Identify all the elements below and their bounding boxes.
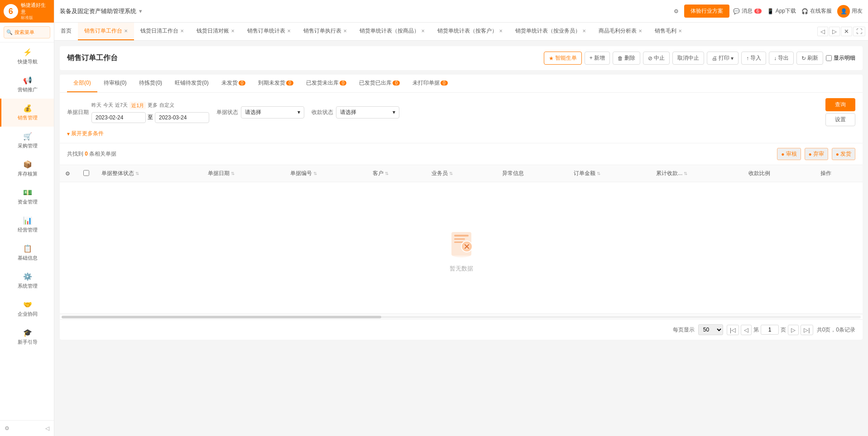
refresh-button[interactable]: ↻ 刷新 bbox=[796, 52, 823, 65]
search-menu-button[interactable]: 🔍 搜索菜单 bbox=[4, 26, 50, 38]
settings-icon[interactable]: ⚙ bbox=[5, 425, 10, 431]
col-customer[interactable]: 客户 ⇅ bbox=[367, 165, 426, 182]
date-to-input[interactable] bbox=[155, 112, 209, 123]
tab-close-cash-daily[interactable]: ✕ bbox=[180, 28, 184, 33]
sidebar-item-guide[interactable]: 🎓 新手引导 bbox=[0, 323, 54, 351]
app-download-button[interactable]: 📱 App下载 bbox=[767, 7, 796, 15]
tab-product-margin[interactable]: 商品毛利分析表 ✕ bbox=[592, 23, 648, 40]
page-size-select[interactable]: 20 50 100 bbox=[698, 324, 723, 335]
tab-sales-stat-customer[interactable]: 销货单统计表（按客户） ✕ bbox=[431, 23, 509, 40]
total-count: 共0页，0条记录 bbox=[817, 326, 855, 334]
shortcut-7days[interactable]: 近7天 bbox=[115, 102, 128, 109]
stop-button[interactable]: ⊘ 中止 bbox=[643, 52, 670, 65]
add-button[interactable]: + 新增 bbox=[585, 52, 610, 65]
select-all-checkbox[interactable] bbox=[83, 170, 89, 176]
filter-tab-shipped-out[interactable]: 已发货已出库0 bbox=[353, 75, 406, 92]
col-staff[interactable]: 业务员 ⇅ bbox=[426, 165, 497, 182]
cancel-stop-button[interactable]: 取消中止 bbox=[672, 52, 704, 65]
horizontal-scrollbar[interactable] bbox=[60, 314, 863, 319]
set-button[interactable]: 设置 bbox=[825, 113, 855, 126]
collapse-icon[interactable]: ◁ bbox=[45, 425, 49, 431]
filter-tab-overdue-not-shipped[interactable]: 到期未发货0 bbox=[252, 75, 300, 92]
sidebar-item-purchase[interactable]: 🛒 采购管理 bbox=[0, 127, 54, 155]
shortcut-custom[interactable]: 自定义 bbox=[159, 102, 174, 109]
print-button[interactable]: 🖨 打印 ▾ bbox=[707, 52, 739, 65]
sidebar-item-enterprise[interactable]: 🤝 企业协同 bbox=[0, 295, 54, 323]
user-menu[interactable]: 👤 用友 bbox=[837, 5, 863, 18]
first-page-button[interactable]: |◁ bbox=[727, 325, 739, 335]
tab-close-cash-account[interactable]: ✕ bbox=[231, 28, 235, 33]
tabs-prev-button[interactable]: ◁ bbox=[817, 27, 828, 36]
sidebar-item-system[interactable]: ⚙️ 系统管理 bbox=[0, 267, 54, 295]
tab-close-sales-order-workbench[interactable]: ✕ bbox=[124, 28, 128, 33]
sidebar-item-quick-nav[interactable]: ⚡ 快捷导航 bbox=[0, 43, 54, 71]
shortcut-today[interactable]: 今天 bbox=[103, 102, 113, 109]
filter-tab-not-printed[interactable]: 未打印单据0 bbox=[406, 75, 454, 92]
col-status[interactable]: 单据整体状态 ⇅ bbox=[96, 165, 202, 182]
shortcut-1month[interactable]: 近1月 bbox=[129, 102, 146, 109]
show-detail-toggle[interactable]: 显示明细 bbox=[826, 54, 855, 62]
expand-conditions-button[interactable]: ▾ 展开更多条件 bbox=[67, 130, 855, 137]
sidebar-item-inventory[interactable]: 📦 库存核算 bbox=[0, 155, 54, 183]
solution-button[interactable]: 体验行业方案 bbox=[684, 5, 729, 18]
filter-tab-shipped-not-out[interactable]: 已发货未出库0 bbox=[300, 75, 353, 92]
ship-button[interactable]: ● 发货 bbox=[832, 148, 855, 160]
tab-sales-stat-product[interactable]: 销货单统计表（按商品） ✕ bbox=[353, 23, 431, 40]
shortcut-more[interactable]: 更多 bbox=[148, 102, 158, 109]
sidebar-item-operation[interactable]: 📊 经营管理 bbox=[0, 211, 54, 239]
sidebar-item-marketing[interactable]: 📢 营销推广 bbox=[0, 71, 54, 99]
col-amount[interactable]: 订单金额 ⇅ bbox=[568, 165, 651, 182]
shortcut-yesterday[interactable]: 昨天 bbox=[91, 102, 101, 109]
query-button[interactable]: 查询 bbox=[825, 98, 855, 111]
sort-staff-icon: ⇅ bbox=[449, 171, 453, 176]
scrollbar-thumb[interactable] bbox=[62, 316, 381, 318]
smart-order-button[interactable]: ★ 智能生单 bbox=[544, 52, 582, 65]
tab-sales-order-exec[interactable]: 销售订单执行表 ✕ bbox=[297, 23, 353, 40]
filter-tab-wangpu-pending[interactable]: 旺铺待发货(0) bbox=[168, 75, 215, 92]
tab-close-sales-stat-customer[interactable]: ✕ bbox=[499, 28, 503, 33]
date-from-input[interactable] bbox=[91, 112, 146, 123]
col-settings-icon[interactable]: ⚙ bbox=[65, 171, 70, 177]
export-button[interactable]: ↓ 导出 bbox=[769, 52, 794, 65]
tab-close-product-margin[interactable]: ✕ bbox=[638, 28, 642, 33]
col-number[interactable]: 单据编号 ⇅ bbox=[285, 165, 367, 182]
tab-sales-order-workbench[interactable]: 销售订单工作台 ✕ bbox=[78, 23, 134, 40]
tab-cash-daily[interactable]: 钱货日清工作台 ✕ bbox=[134, 23, 190, 40]
tab-home[interactable]: 首页 bbox=[54, 23, 78, 40]
tab-cash-account[interactable]: 钱货日清对账 ✕ bbox=[190, 23, 241, 40]
tab-sales-stat-staff[interactable]: 销货单统计表（按业务员） ✕ bbox=[509, 23, 592, 40]
tabs-fullscreen-button[interactable]: ⛶ bbox=[853, 27, 865, 36]
status-select[interactable]: 请选择 ▾ bbox=[241, 106, 304, 118]
page-input[interactable] bbox=[761, 325, 779, 335]
message-button[interactable]: 💬 消息 6 bbox=[733, 7, 762, 15]
sidebar-item-sales[interactable]: 💰 销售管理 bbox=[0, 99, 54, 127]
payment-select[interactable]: 请选择 ▾ bbox=[336, 106, 399, 118]
tab-close-sales-order-stat[interactable]: ✕ bbox=[287, 28, 291, 33]
tab-close-sales-stat-staff[interactable]: ✕ bbox=[582, 28, 586, 33]
online-service-button[interactable]: 🎧 在线客服 bbox=[801, 7, 832, 15]
filter-tab-all[interactable]: 全部(0) bbox=[67, 75, 97, 92]
last-page-button[interactable]: ▷| bbox=[801, 325, 813, 335]
next-page-button[interactable]: ▷ bbox=[788, 325, 799, 335]
filter-tab-pending-pickup[interactable]: 待拣货(0) bbox=[133, 75, 168, 92]
import-button[interactable]: ↑ 导入 bbox=[741, 52, 766, 65]
tab-close-sales-stat-product[interactable]: ✕ bbox=[421, 28, 425, 33]
show-detail-checkbox[interactable] bbox=[826, 55, 832, 61]
tab-close-sales-profit[interactable]: ✕ bbox=[678, 28, 682, 33]
cancel-review-button[interactable]: ● 弃审 bbox=[805, 148, 828, 160]
sidebar-item-finance[interactable]: 💵 资金管理 bbox=[0, 183, 54, 211]
filter-tab-pending-review[interactable]: 待审核(0) bbox=[97, 75, 133, 92]
tab-close-sales-order-exec[interactable]: ✕ bbox=[343, 28, 347, 33]
review-button[interactable]: ● 审核 bbox=[777, 148, 801, 160]
tabs-close-all-button[interactable]: ✕ bbox=[841, 27, 852, 36]
delete-button[interactable]: 🗑 删除 bbox=[613, 52, 640, 65]
tab-sales-profit[interactable]: 销售毛利 ✕ bbox=[648, 23, 688, 40]
sidebar-item-basic-info[interactable]: 📋 基础信息 bbox=[0, 239, 54, 267]
prev-page-button[interactable]: ◁ bbox=[741, 325, 752, 335]
filter-tab-not-shipped[interactable]: 未发货0 bbox=[215, 75, 252, 92]
col-date[interactable]: 单据日期 ⇅ bbox=[202, 165, 285, 182]
col-collected[interactable]: 累计收款... ⇅ bbox=[651, 165, 743, 182]
tabs-next-button[interactable]: ▷ bbox=[829, 27, 840, 36]
settings-button[interactable]: ⚙ bbox=[672, 6, 681, 16]
tab-sales-order-stat[interactable]: 销售订单统计表 ✕ bbox=[241, 23, 297, 40]
